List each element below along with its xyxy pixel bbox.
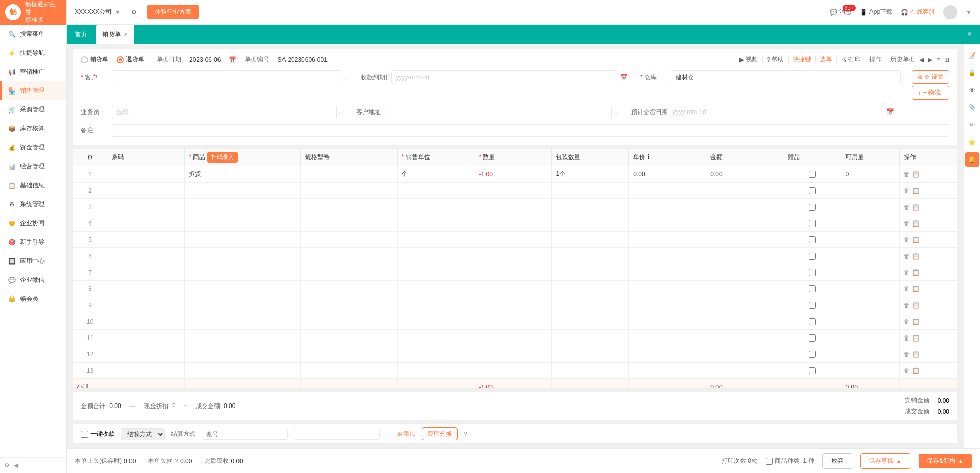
row-unit-6[interactable] [397, 248, 474, 264]
row-barcode-6[interactable] [107, 248, 185, 264]
logistics-button[interactable]: + + 物流 [912, 86, 949, 100]
sidebar-item-guide[interactable]: 🎯新手引导 [0, 233, 66, 252]
row-spec-11[interactable] [300, 330, 397, 346]
copy-icon-8[interactable]: 📋 [912, 285, 920, 292]
row-unit-12[interactable] [397, 346, 474, 363]
gift-checkbox-2[interactable] [809, 187, 816, 194]
add-payment-button[interactable]: ⊕ 添加 [397, 430, 416, 438]
delete-icon-6[interactable]: 🗑 [904, 253, 910, 260]
gift-checkbox-8[interactable] [809, 285, 816, 292]
gift-checkbox-6[interactable] [809, 253, 816, 260]
delete-icon-11[interactable]: 🗑 [904, 334, 910, 342]
row-unit-3[interactable] [397, 199, 474, 215]
row-spec-2[interactable] [300, 183, 397, 199]
row-gift-6[interactable] [783, 248, 841, 264]
copy-icon-13[interactable]: 📋 [912, 367, 920, 374]
collapse-icon[interactable]: ◀ [14, 462, 18, 469]
row-pkg-qty-7[interactable] [552, 264, 629, 281]
delete-icon-13[interactable]: 🗑 [904, 367, 910, 374]
sidebar-item-sales[interactable]: 🏪销售管理 [0, 81, 66, 100]
row-unit-2[interactable] [397, 183, 474, 199]
row-pkg-qty-5[interactable] [552, 232, 629, 248]
row-product-4[interactable] [185, 215, 300, 232]
row-pkg-qty-13[interactable] [552, 363, 629, 379]
payment-date-calendar-icon[interactable]: 📅 [620, 74, 628, 81]
gift-checkbox-9[interactable] [809, 302, 816, 309]
row-unit-1[interactable]: 个 [397, 166, 474, 183]
row-unit-11[interactable] [397, 330, 474, 346]
row-unit-5[interactable] [397, 232, 474, 248]
row-product-10[interactable] [185, 313, 300, 330]
select-order-button[interactable]: 选单 [820, 55, 832, 64]
tab-close-icon[interactable]: × [124, 30, 128, 38]
shortcut-button[interactable]: 快捷键 [793, 55, 811, 64]
row-unit-4[interactable] [397, 215, 474, 232]
row-product-13[interactable] [185, 363, 300, 379]
warehouse-input[interactable]: 建材仓 [671, 70, 901, 84]
delete-icon-2[interactable]: 🗑 [904, 187, 910, 194]
sidebar-item-system[interactable]: ⚙系统管理 [0, 195, 66, 214]
row-spec-5[interactable] [300, 232, 397, 248]
view-grid-icon[interactable]: ⊞ [944, 56, 949, 63]
customer-input[interactable] [112, 70, 341, 84]
row-pkg-qty-3[interactable] [552, 199, 629, 215]
right-panel-active-icon[interactable]: 🔔 [965, 152, 979, 167]
row-product-6[interactable] [185, 248, 300, 264]
operations-button[interactable]: 操作 [869, 55, 882, 64]
salesperson-input[interactable]: 选择... [112, 105, 337, 119]
customer-address-input[interactable] [387, 105, 612, 119]
abandon-button[interactable]: 放弃 [822, 453, 852, 469]
tab-sale-order[interactable]: 销货单 × [96, 25, 134, 44]
copy-icon-2[interactable]: 📋 [912, 187, 920, 194]
pay-method-select[interactable]: 结算方式 [121, 428, 165, 440]
row-gift-5[interactable] [783, 232, 841, 248]
help-button[interactable]: ? 帮助 [767, 55, 784, 64]
delete-icon-3[interactable]: 🗑 [904, 204, 910, 211]
right-panel-attach-icon[interactable]: 📎 [965, 100, 979, 115]
row-amount-5[interactable] [706, 232, 783, 248]
calendar-icon[interactable]: 📅 [229, 56, 236, 63]
row-unit-7[interactable] [397, 264, 474, 281]
row-barcode-11[interactable] [107, 330, 185, 346]
sidebar-item-base[interactable]: 📋基础信息 [0, 176, 66, 195]
row-qty-5[interactable] [474, 232, 552, 248]
right-panel-lock-icon[interactable]: 🔒 [965, 65, 979, 80]
sidebar-item-search[interactable]: 🔍搜索菜单 [0, 25, 66, 43]
copy-icon-9[interactable]: 📋 [912, 302, 920, 309]
sidebar-item-wechat[interactable]: 💬企业微信 [0, 271, 66, 289]
warehouse-dots[interactable]: ... [903, 74, 908, 81]
sidebar-item-marketing[interactable]: 📢营销推广 [0, 62, 66, 81]
expense-help-icon[interactable]: ? [464, 431, 467, 438]
copy-icon-3[interactable]: 📋 [912, 204, 920, 211]
row-qty-9[interactable] [474, 297, 552, 313]
radio-sale[interactable]: 销货单 [81, 55, 108, 64]
row-gift-7[interactable] [783, 264, 841, 281]
customer-dots[interactable]: ... [343, 74, 349, 81]
row-product-2[interactable] [185, 183, 300, 199]
delivery-date-input[interactable]: yyyy-mm-dd [668, 105, 884, 119]
delete-icon-1[interactable]: 🗑 [904, 171, 910, 178]
right-panel-edit-icon[interactable]: ✏ [965, 118, 979, 132]
row-barcode-4[interactable] [107, 215, 185, 232]
copy-icon-1[interactable]: 📋 [912, 171, 920, 178]
row-qty-4[interactable] [474, 215, 552, 232]
company-selector[interactable]: XXXXXX公司 ▼ [75, 8, 121, 16]
row-amount-13[interactable] [706, 363, 783, 379]
row-amount-7[interactable] [706, 264, 783, 281]
row-amount-8[interactable] [706, 281, 783, 297]
row-pkg-qty-1[interactable]: 1个 [552, 166, 629, 183]
row-qty-2[interactable] [474, 183, 552, 199]
gift-checkbox-3[interactable] [809, 204, 816, 211]
company-settings-icon[interactable]: ⚙ [127, 5, 141, 19]
nav-next-icon[interactable]: ▶ [928, 56, 932, 63]
row-barcode-10[interactable] [107, 313, 185, 330]
pay-account-input[interactable] [202, 429, 288, 440]
row-barcode-2[interactable] [107, 183, 185, 199]
sidebar-item-enterprise[interactable]: 🤝企业协同 [0, 214, 66, 233]
settings-icon[interactable]: ⚙ [4, 462, 10, 469]
radio-return[interactable]: 退货单 [117, 55, 144, 64]
row-pkg-qty-6[interactable] [552, 248, 629, 264]
row-qty-10[interactable] [474, 313, 552, 330]
row-gift-11[interactable] [783, 330, 841, 346]
row-amount-6[interactable] [706, 248, 783, 264]
